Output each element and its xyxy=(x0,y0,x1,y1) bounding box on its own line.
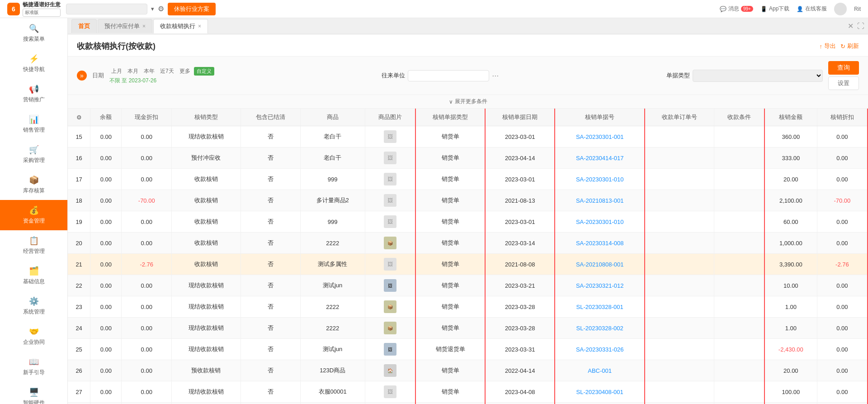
top-bar-dropdown-icon[interactable]: ▾ xyxy=(151,5,154,12)
table-row: 18 0.00 -70.00 收款核销 否 多计量商品2 🖼 销货单 2021-… xyxy=(68,190,868,211)
industry-solution-button[interactable]: 休验行业方案 xyxy=(168,3,216,15)
last-7days-btn[interactable]: 近7天 xyxy=(158,67,176,76)
sidebar-label-marketing: 营销推广 xyxy=(23,96,45,104)
cell-include-cleared: 否 xyxy=(241,275,300,296)
th-cancel-amount: 核销金额 xyxy=(764,109,817,126)
receivable-tab-close-icon[interactable]: × xyxy=(198,23,201,29)
sidebar-item-guide[interactable]: 📖 新手引导 xyxy=(0,352,67,382)
this-year-btn[interactable]: 本年 xyxy=(142,67,156,76)
th-receipt-order-no: 收款单订单号 xyxy=(645,109,714,126)
bill-no-link[interactable]: SA-20210813-001 xyxy=(576,197,624,204)
expand-more-button[interactable]: ∨ 展开更多条件 xyxy=(449,98,487,105)
top-bar-search-input[interactable] xyxy=(66,4,147,14)
prepay-tab-close-icon[interactable]: × xyxy=(142,23,146,29)
export-button[interactable]: ↑ 导出 xyxy=(820,42,836,50)
bill-no-link[interactable]: SA-20230414-017 xyxy=(576,155,624,162)
sidebar-item-inventory[interactable]: 📦 库存核算 xyxy=(0,170,67,200)
sidebar-item-system[interactable]: ⚙️ 系统管理 xyxy=(0,291,67,321)
cell-bill-type: 销货单 xyxy=(415,360,485,381)
cell-cancel-discount: -70.00 xyxy=(817,190,868,211)
tab-receivable[interactable]: 收款核销执行 × xyxy=(153,19,208,33)
cell-bill-date: 2023-03-31 xyxy=(485,339,555,360)
page: 收款核销执行(按收款) ↑ 导出 ↻ 刷新 » 日期 xyxy=(68,34,868,404)
bill-no-link[interactable]: SL-20230328-001 xyxy=(576,304,623,310)
sidebar-item-sales[interactable]: 📊 销售管理 xyxy=(0,109,67,139)
settings-button[interactable]: 设置 xyxy=(828,76,859,90)
online-service-button[interactable]: 👤 在线客服 xyxy=(797,5,827,13)
cell-cancel-discount: 0.00 xyxy=(817,318,868,339)
sidebar-item-operations[interactable]: 📋 经营管理 xyxy=(0,230,67,261)
cell-cash-discount: 0.00 xyxy=(122,211,172,233)
bill-no-link[interactable]: SL-20230328-002 xyxy=(576,325,623,332)
sidebar-item-enterprise[interactable]: 🤝 企业协同 xyxy=(0,321,67,352)
th-bill-type: 核销单据类型 xyxy=(415,109,485,126)
messages-label: 消息 xyxy=(728,5,739,13)
avatar[interactable] xyxy=(834,3,847,15)
bill-no-link[interactable]: SA-20230301-010 xyxy=(576,176,624,183)
cell-bill-no: SL-20230328-001 xyxy=(555,296,644,318)
cell-receipt-condition xyxy=(714,126,764,147)
custom-date-btn[interactable]: 自定义 xyxy=(194,67,214,76)
cell-balance: 0.00 xyxy=(90,403,122,404)
bill-no-link[interactable]: SA-20230301-010 xyxy=(576,219,624,225)
cell-product-image: 📦 xyxy=(365,318,415,339)
cell-receipt-order-no xyxy=(645,211,714,233)
cell-id: 21 xyxy=(68,254,90,275)
to-unit-dots[interactable]: ··· xyxy=(492,71,499,81)
cell-balance: 0.00 xyxy=(90,339,122,360)
cell-cancel-discount: 0.00 xyxy=(817,403,868,404)
settings-icon[interactable]: ⚙ xyxy=(158,5,164,13)
sidebar-item-finance[interactable]: 💰 资金管理 xyxy=(0,200,67,230)
cell-cancel-amount: 1.00 xyxy=(764,318,817,339)
export-icon: ↑ xyxy=(820,43,823,50)
tab-bar-right: ✕ ⛶ xyxy=(848,22,864,30)
table-row: 16 0.00 0.00 预付冲应收 否 老白干 🖼 销货单 2023-04-1… xyxy=(68,147,868,169)
tab-close-all-icon[interactable]: ✕ xyxy=(848,22,854,30)
refresh-label: 刷新 xyxy=(847,42,859,50)
sidebar-item-hardware[interactable]: 🖥️ 智能硬件 xyxy=(0,382,67,404)
cell-bill-date: 2023-03-28 xyxy=(485,318,555,339)
sidebar-item-purchase[interactable]: 🛒 采购管理 xyxy=(0,139,67,170)
tab-expand-icon[interactable]: ⛶ xyxy=(857,22,864,30)
bill-no-link[interactable]: SA-20230314-008 xyxy=(576,240,624,247)
cell-bill-no: SA-20210808-001 xyxy=(555,254,644,275)
bill-no-link[interactable]: SA-20230331-026 xyxy=(576,346,624,353)
tab-prepay[interactable]: 预付冲应付单 × xyxy=(98,19,152,33)
tab-home[interactable]: 首页 xyxy=(71,19,97,33)
cell-include-cleared: 否 xyxy=(241,339,300,360)
table-header-row: ⚙ 余额 现金折扣 核销类型 包含已结清 商品 商品图片 核销单据类型 核销单据… xyxy=(68,109,868,126)
cell-cancel-discount: -2.76 xyxy=(817,254,868,275)
cell-id: 22 xyxy=(68,275,90,296)
bill-no-link[interactable]: SL-20230408-001 xyxy=(576,389,623,395)
cell-product: 2222 xyxy=(300,403,365,404)
app-download-button[interactable]: 📱 App下载 xyxy=(760,5,789,13)
cell-cancel-discount: 0.00 xyxy=(817,126,868,147)
to-unit-input[interactable] xyxy=(408,70,489,81)
sidebar-item-search[interactable]: 🔍 搜索菜单 xyxy=(0,18,67,48)
query-button[interactable]: 查询 xyxy=(828,61,859,75)
sidebar-item-marketing[interactable]: 📢 营销推广 xyxy=(0,79,67,109)
messages-badge: 99+ xyxy=(741,6,753,12)
top-bar-center: ▾ ⚙ 休验行业方案 xyxy=(66,3,714,15)
cell-cancel-discount: 0.00 xyxy=(817,147,868,169)
cell-cash-discount: 0.00 xyxy=(122,403,172,404)
cell-cash-discount: 0.00 xyxy=(122,339,172,360)
sidebar-item-basic-info[interactable]: 🗂️ 基础信息 xyxy=(0,261,67,291)
bill-no-link[interactable]: SA-20210808-001 xyxy=(576,261,624,268)
th-product: 商品 xyxy=(300,109,365,126)
bill-type-select[interactable] xyxy=(693,70,823,82)
bill-no-link[interactable]: ABC-001 xyxy=(588,367,612,374)
messages-button[interactable]: 💬 消息 99+ xyxy=(720,5,753,13)
bill-no-link[interactable]: SA-20230301-001 xyxy=(576,133,624,140)
more-date-btn[interactable]: 更多 xyxy=(178,67,192,76)
refresh-button[interactable]: ↻ 刷新 xyxy=(840,42,859,50)
sidebar-item-shortcut[interactable]: ⚡ 快捷导航 xyxy=(0,48,67,79)
this-month-btn[interactable]: 本月 xyxy=(126,67,140,76)
th-gear[interactable]: ⚙ xyxy=(68,109,90,126)
filter-expand-button[interactable]: » xyxy=(77,71,87,81)
cell-product-image: 🖼 xyxy=(365,275,415,296)
last-month-btn[interactable]: 上月 xyxy=(109,67,124,76)
cell-cash-discount: 0.00 xyxy=(122,126,172,147)
cell-balance: 0.00 xyxy=(90,126,122,147)
bill-no-link[interactable]: SA-20230321-012 xyxy=(576,282,624,289)
